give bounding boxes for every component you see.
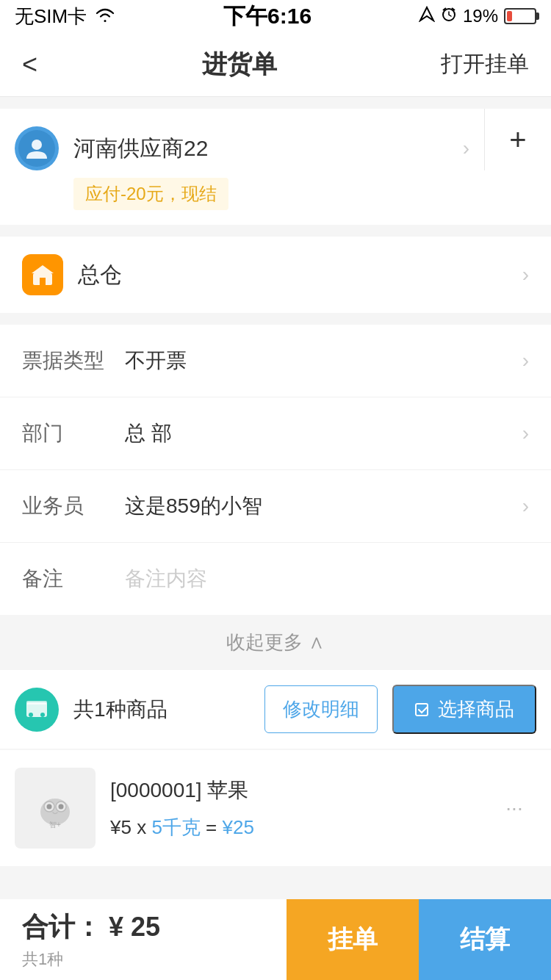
product-title: 苹果 xyxy=(207,779,248,801)
collapse-label: 收起更多 ∧ xyxy=(226,630,324,655)
product-thumbnail: 智+ xyxy=(15,768,96,849)
svg-text:智+: 智+ xyxy=(49,821,61,829)
status-left: 无SIM卡 xyxy=(15,4,116,29)
wifi-icon xyxy=(94,5,116,28)
total-amount: 合计： ¥ 25 xyxy=(22,909,264,945)
product-item: 智+ [0000001] 苹果 ¥5 x 5千克 = ¥25 ··· xyxy=(0,750,551,866)
product-id: [0000001] xyxy=(110,779,202,801)
invoice-type-label: 票据类型 xyxy=(22,347,125,375)
salesperson-chevron-icon: › xyxy=(522,494,529,518)
product-name: [0000001] 苹果 xyxy=(110,777,492,804)
alarm-icon xyxy=(441,6,457,26)
total-label: 合计： xyxy=(22,912,101,942)
modify-detail-button[interactable]: 修改明细 xyxy=(264,685,378,733)
product-unit-price: ¥5 xyxy=(110,816,132,838)
svg-point-14 xyxy=(47,804,52,810)
status-time: 下午6:16 xyxy=(223,1,311,32)
collapse-row[interactable]: 收起更多 ∧ xyxy=(0,615,551,670)
svg-point-15 xyxy=(59,804,64,810)
product-price: ¥5 x 5千克 = ¥25 xyxy=(110,815,492,840)
svg-rect-10 xyxy=(416,704,428,716)
svg-rect-5 xyxy=(40,278,46,285)
invoice-type-value: 不开票 xyxy=(125,347,515,375)
nav-bar: < 进货单 打开挂单 xyxy=(0,32,551,97)
hang-button[interactable]: 挂单 xyxy=(287,899,419,980)
svg-point-8 xyxy=(29,713,33,717)
department-chevron-icon: › xyxy=(522,422,529,445)
product-count-text: 共1种商品 xyxy=(73,696,250,724)
warehouse-name: 总仓 xyxy=(78,260,515,290)
svg-rect-7 xyxy=(26,701,47,705)
supplier-avatar xyxy=(15,126,59,170)
salesperson-row[interactable]: 业务员 这是859的小智 › xyxy=(0,470,551,543)
salesperson-label: 业务员 xyxy=(22,492,125,520)
remark-placeholder: 备注内容 xyxy=(125,565,529,593)
status-right: 19% xyxy=(419,6,536,26)
back-button[interactable]: < xyxy=(22,49,37,80)
form-section: 票据类型 不开票 › 部门 总 部 › 业务员 这是859的小智 › 备注 备注… xyxy=(0,325,551,615)
product-total-price: ¥25 xyxy=(223,816,254,838)
svg-point-2 xyxy=(32,140,42,150)
checkout-button[interactable]: 结算 xyxy=(419,899,551,980)
product-header: 共1种商品 修改明细 选择商品 xyxy=(0,670,551,749)
warehouse-section[interactable]: 总仓 › xyxy=(0,237,551,313)
page-title: 进货单 xyxy=(202,48,277,82)
total-sub-label: 共1种 xyxy=(22,948,264,970)
location-icon xyxy=(419,6,435,26)
bottom-total-section: 合计： ¥ 25 共1种 xyxy=(0,899,287,980)
battery-icon xyxy=(504,8,536,24)
invoice-type-row[interactable]: 票据类型 不开票 › xyxy=(0,325,551,397)
supplier-badge: 应付-20元，现结 xyxy=(73,178,228,210)
bottom-bar: 合计： ¥ 25 共1种 挂单 结算 xyxy=(0,899,551,980)
department-label: 部门 xyxy=(22,419,125,447)
supplier-name: 河南供应商22 xyxy=(73,134,455,164)
product-info: [0000001] 苹果 ¥5 x 5千克 = ¥25 xyxy=(110,777,492,840)
total-value: ¥ 25 xyxy=(109,912,160,942)
remark-row[interactable]: 备注 备注内容 xyxy=(0,543,551,615)
carrier-text: 无SIM卡 xyxy=(15,4,87,29)
supplier-chevron-icon: › xyxy=(463,137,469,160)
product-count-icon xyxy=(15,688,59,732)
supplier-info-row: 应付-20元，现结 xyxy=(0,170,551,225)
product-quantity: 5千克 xyxy=(151,816,200,838)
status-bar: 无SIM卡 下午6:16 19% xyxy=(0,0,551,32)
invoice-type-chevron-icon: › xyxy=(522,349,529,372)
supplier-add-button[interactable]: + xyxy=(485,109,551,170)
select-product-button[interactable]: 选择商品 xyxy=(392,685,536,734)
department-value: 总 部 xyxy=(125,419,515,447)
open-hang-button[interactable]: 打开挂单 xyxy=(441,49,529,79)
warehouse-icon xyxy=(22,254,63,295)
remark-label: 备注 xyxy=(22,565,125,593)
salesperson-value: 这是859的小智 xyxy=(125,492,515,520)
supplier-select-row[interactable]: 河南供应商22 › xyxy=(0,109,485,170)
department-row[interactable]: 部门 总 部 › xyxy=(0,397,551,470)
warehouse-chevron-icon: › xyxy=(522,263,529,287)
svg-marker-0 xyxy=(420,7,433,21)
battery-percent: 19% xyxy=(463,6,498,26)
svg-point-9 xyxy=(40,713,45,717)
supplier-section: 河南供应商22 › + xyxy=(0,109,551,170)
product-more-button[interactable]: ··· xyxy=(492,796,536,820)
select-product-label: 选择商品 xyxy=(438,696,514,722)
svg-marker-4 xyxy=(32,265,54,273)
